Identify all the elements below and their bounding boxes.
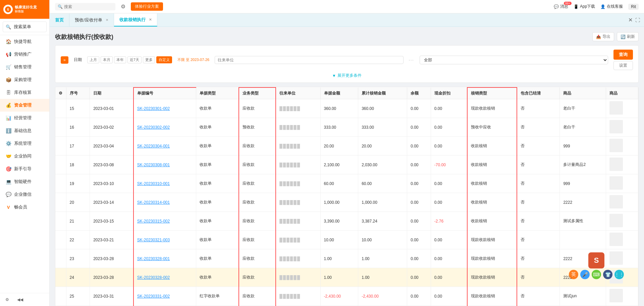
filter-collapse-btn[interactable]: »: [61, 56, 68, 64]
last-month-btn[interactable]: 上月: [87, 56, 99, 63]
table-row[interactable]: 192023-03-10SK-20230310-001收款单应收款██████6…: [55, 174, 638, 193]
cell-3[interactable]: SK-20230310-001: [133, 174, 196, 193]
sidebar-settings-btn[interactable]: ⚙: [3, 296, 12, 303]
cell-3[interactable]: SK-20230328-002: [133, 268, 196, 287]
solution-button[interactable]: 体验行业方案: [131, 2, 163, 11]
sidebar-item-inventory[interactable]: 🗄 库存核算: [0, 86, 49, 99]
topbar: 🔍 ⚙ 体验行业方案 💬 消息 99+ 📱 App下载 👤 在线客服 Rit: [50, 0, 644, 13]
table-row[interactable]: 182023-03-08SK-20230308-001收款单应收款██████2…: [55, 156, 638, 174]
tab-verify[interactable]: 收款核销执行 ✕: [114, 13, 157, 26]
cell-4: 收款单: [196, 212, 239, 231]
table-row[interactable]: 202023-03-14SK-20230314-001收款单应收款██████1…: [55, 193, 638, 212]
cell-11: 预收中应收: [467, 118, 517, 137]
cell-13: 2222: [560, 268, 606, 287]
tab-home[interactable]: 首页: [50, 13, 69, 26]
partner-input[interactable]: [215, 56, 403, 64]
cell-2: 2023-03-31: [90, 287, 133, 306]
this-year-btn[interactable]: 本年: [114, 56, 126, 63]
cell-9: 0.00: [407, 174, 431, 193]
cell-3[interactable]: SK-20230301-002: [133, 99, 196, 118]
sidebar-item-marketing[interactable]: 📢 营销推广: [0, 48, 49, 61]
date-range-display: 不限 至 2023-07-26: [177, 57, 209, 62]
sidebar-item-quicknav[interactable]: 🏠 快捷导航: [0, 35, 49, 48]
refresh-button[interactable]: 🔄 刷新: [617, 32, 639, 41]
cell-2: 2023-03-28: [90, 249, 133, 268]
search-menu-btn[interactable]: 🔍 搜索菜单: [3, 21, 47, 32]
cell-6: ██████: [276, 193, 320, 212]
tab-prepay[interactable]: 预收/应收付单 ✕: [69, 13, 114, 26]
message-btn[interactable]: 💬 消息 99+: [554, 4, 568, 9]
sidebar-item-operation[interactable]: 📊 经营管理: [0, 112, 49, 124]
table-row[interactable]: 252023-03-31SK-20230331-002红字收款单应收款█████…: [55, 287, 638, 306]
cell-2: 2023-03-21: [90, 231, 133, 249]
expand-more-btn[interactable]: ▼ 展开更多条件: [332, 73, 362, 78]
tabbar-expand-btn[interactable]: ⛶: [635, 17, 640, 23]
product-image: [609, 101, 623, 115]
cell-1: 17: [66, 137, 90, 156]
sidebar-item-enterprise[interactable]: 🤝 企业协同: [0, 150, 49, 163]
table-row[interactable]: 232023-03-28SK-20230328-001收款单应收款██████1…: [55, 249, 638, 268]
cell-7: 360.00: [320, 99, 358, 118]
cell-3[interactable]: SK-20230308-001: [133, 156, 196, 174]
cell-6: ██████: [276, 249, 320, 268]
sidebar-item-hardware[interactable]: 💻 智能硬件: [0, 175, 49, 188]
tab-prepay-close[interactable]: ✕: [106, 18, 108, 22]
sidebar-item-basic[interactable]: ℹ️ 基础信息: [0, 124, 49, 137]
table-row[interactable]: 152023-03-01SK-20230301-002收款单应收款██████3…: [55, 99, 638, 118]
query-button[interactable]: 查询: [613, 50, 633, 60]
cell-0: [55, 212, 66, 231]
sidebar-item-member[interactable]: V 畅会员: [0, 201, 49, 213]
cell-8: 2,030.00: [358, 156, 407, 174]
export-button[interactable]: 📤 导出: [592, 32, 614, 41]
cell-13: 测试多属性: [560, 212, 606, 231]
cell-8: 20.00: [358, 137, 407, 156]
cell-2: 2023-03-15: [90, 212, 133, 231]
table-row[interactable]: 162023-03-02SK-20230302-002收款单预收款██████3…: [55, 118, 638, 137]
sidebar-item-purchase[interactable]: 📦 采购管理: [0, 73, 49, 86]
filter-setting-btn[interactable]: 设置: [613, 61, 633, 70]
sidebar-item-finance[interactable]: 💰 资金管理: [0, 99, 49, 112]
custom-date-btn[interactable]: 自定义: [156, 56, 172, 63]
user-menu-btn[interactable]: Rit: [628, 4, 639, 10]
table-row[interactable]: 172023-03-04SK-20230304-001收款单应收款██████2…: [55, 137, 638, 156]
cell-1: 16: [66, 118, 90, 137]
th-settings[interactable]: ⚙: [55, 87, 66, 99]
topbar-search-input[interactable]: [64, 4, 111, 9]
cell-0: [55, 287, 66, 306]
finance-icon: 💰: [5, 102, 11, 108]
sidebar-item-system[interactable]: ⚙️ 系统管理: [0, 137, 49, 150]
cell-3[interactable]: SK-20230304-001: [133, 137, 196, 156]
topbar-gear-icon[interactable]: ⚙: [121, 3, 125, 10]
cell-3[interactable]: SK-20230302-002: [133, 118, 196, 137]
table-row[interactable]: 242023-03-28SK-20230328-002收款单应收款██████1…: [55, 268, 638, 287]
sidebar-item-wechat[interactable]: 💬 企业微信: [0, 188, 49, 201]
tab-verify-close[interactable]: ✕: [149, 18, 152, 21]
sidebar-item-newbie[interactable]: 🎯 新手引导: [0, 163, 49, 175]
more-date-btn[interactable]: 更多: [143, 56, 155, 63]
app-download-btn[interactable]: 📱 App下载: [574, 4, 595, 9]
table-row[interactable]: 222023-03-21SK-20230321-003收款单应收款██████1…: [55, 231, 638, 249]
cell-11: 现款收款核销: [467, 231, 517, 249]
cell-14: [606, 212, 638, 231]
cell-6: ██████: [276, 118, 320, 137]
tabbar-close-btn[interactable]: ✕: [628, 17, 633, 23]
table-row[interactable]: 212023-03-15SK-20230315-002收款单应收款██████3…: [55, 212, 638, 231]
cell-3[interactable]: SK-20230314-001: [133, 193, 196, 212]
this-month-btn[interactable]: 本月: [101, 56, 113, 63]
logo-text: 畅康道好生意: [15, 5, 37, 9]
doctype-select[interactable]: 全部 收款单 红字收款单: [420, 56, 608, 64]
online-service-btn[interactable]: 👤 在线客服: [600, 4, 623, 9]
sidebar: 6 畅康道好生意 标推版 🔍 搜索菜单 🏠 快捷导航 📢 营销推广 🛒 销售管理…: [0, 0, 50, 306]
cell-3[interactable]: SK-20230321-003: [133, 231, 196, 249]
sidebar-item-sales[interactable]: 🛒 销售管理: [0, 61, 49, 73]
cell-3[interactable]: SK-20230331-002: [133, 287, 196, 306]
sidebar-collapse-btn[interactable]: ◀◀: [14, 296, 26, 303]
enterprise-icon: 🤝: [5, 153, 11, 159]
page-actions: 📤 导出 🔄 刷新: [592, 32, 639, 41]
last-7days-btn[interactable]: 近7天: [127, 56, 142, 63]
cell-3[interactable]: SK-20230315-002: [133, 212, 196, 231]
cell-6: ██████: [276, 231, 320, 249]
logo-badge: 标推版: [15, 9, 37, 14]
operation-icon: 📊: [5, 115, 11, 121]
cell-3[interactable]: SK-20230328-001: [133, 249, 196, 268]
